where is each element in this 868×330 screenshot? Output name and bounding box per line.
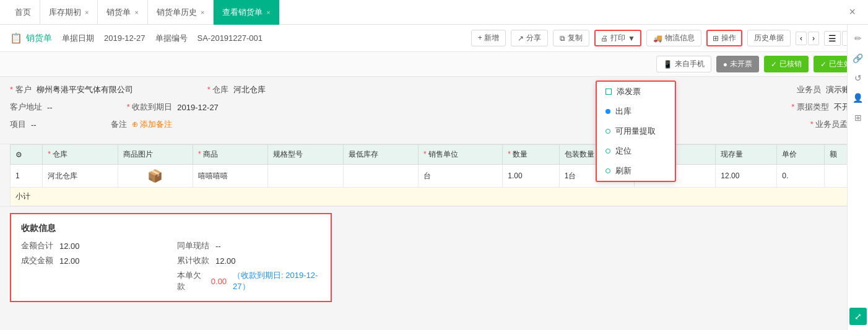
settlement-label: 同单现结 [177, 240, 209, 251]
new-button[interactable]: + 新增 [471, 30, 506, 46]
warehouse-label: 仓库 [207, 84, 229, 95]
doc-title: 📋 销货单 [10, 32, 52, 44]
out-stock-item[interactable]: 出库 [597, 102, 675, 121]
address-value: -- [47, 103, 53, 112]
customer-field: 客户 柳州粤港平安气体有限公司 [10, 84, 133, 95]
sidebar-refresh-button[interactable]: ↺ [849, 69, 867, 87]
project-value: -- [31, 120, 37, 129]
form-section: 客户 柳州粤港平安气体有限公司 仓库 河北仓库 业务员 演示账号 客户地址 --… [0, 77, 868, 144]
customer-value: 柳州粤港平安气体有限公司 [37, 84, 133, 95]
tab-home-label: 首页 [15, 7, 31, 18]
grid-icon: ⊞ [713, 34, 719, 43]
form-row-1: 客户 柳州粤港平安气体有限公司 仓库 河北仓库 业务员 演示账号 [10, 84, 858, 95]
th-min-stock: 最低库存 [343, 145, 418, 165]
tab-view-close[interactable]: × [266, 9, 270, 16]
link-icon: 🔗 [853, 53, 863, 63]
doc-meta: 单据日期 2019-12-27 单据编号 SA-20191227-001 [62, 33, 263, 44]
history-button[interactable]: 历史单据 [747, 30, 791, 46]
effective-icon: ✓ [820, 60, 827, 69]
tab-sales-close[interactable]: × [134, 9, 138, 16]
tab-history-label: 销货单历史 [157, 7, 197, 18]
salesperson2-label: 业务员孟 [810, 119, 848, 130]
tab-inventory-init[interactable]: 库存期初 × [40, 0, 98, 25]
outstanding-value: 0.00 [211, 277, 227, 286]
cumulative-label: 累计收款 [177, 255, 209, 266]
right-sidebar: ✏ 🔗 ↺ 👤 ⊞ ⤢ [847, 25, 868, 330]
prev-button[interactable]: ‹ [796, 32, 807, 45]
tab-sales-history[interactable]: 销货单历史 × [148, 0, 214, 25]
share-button[interactable]: ↗ 分享 [511, 30, 548, 46]
next-button[interactable]: › [808, 32, 819, 45]
logistics-icon: 🚚 [653, 34, 662, 43]
copy-button[interactable]: ⧉ 复制 [553, 30, 589, 46]
table-container: ⚙ 仓库 商品图片 商品 规格型号 最低库存 销售单位 数量 包装数量 可用量 … [0, 144, 868, 207]
add-invoice-item[interactable]: 添发票 [597, 82, 675, 102]
address-field: 客户地址 -- [10, 102, 53, 113]
row-product: 嘻嘻嘻嘻 [193, 165, 267, 188]
operation-button[interactable]: ⊞ 操作 [706, 30, 742, 46]
out-stock-icon [605, 109, 610, 114]
outstanding-note: （收款到期日: 2019-12-27） [233, 270, 321, 292]
table-row: 1 河北仓库 📦 嘻嘻嘻嘻 台 1.00 1台 12.00 0. [11, 165, 858, 188]
user-circle-icon: 👤 [853, 93, 863, 103]
address-label: 客户地址 [10, 102, 42, 113]
outstanding-label: 本单欠款 [177, 270, 205, 292]
add-note-button[interactable]: ⊕ 添加备注 [132, 119, 173, 130]
date-label: 单据日期 [62, 33, 94, 44]
products-table: ⚙ 仓库 商品图片 商品 规格型号 最低库存 销售单位 数量 包装数量 可用量 … [10, 144, 858, 206]
print-icon: 🖨 [601, 34, 608, 43]
sidebar-table-button[interactable]: ⊞ [849, 109, 867, 126]
doc-type-icon: 📋 [10, 32, 22, 44]
sidebar-link-button[interactable]: 🔗 [849, 50, 867, 67]
tab-view-label: 查看销货单 [222, 7, 263, 18]
window-close-button[interactable]: × [843, 6, 862, 19]
ticket-type-label: 票据类型 [791, 102, 829, 113]
th-spec: 规格型号 [268, 145, 343, 165]
print-dropdown-icon: ▼ [628, 34, 635, 43]
outstanding-row: 本单欠款 0.00 （收款到期日: 2019-12-27） [177, 270, 321, 292]
print-button[interactable]: 🖨 打印 ▼ [594, 30, 641, 46]
doc-type-label: 销货单 [26, 33, 52, 44]
locate-item[interactable]: 定位 [597, 141, 675, 161]
form-row-3: 项目 -- 备注 ⊕ 添加备注 业务员孟 -- [10, 119, 858, 130]
refresh-item[interactable]: 刷新 [597, 161, 675, 181]
row-spec [268, 165, 343, 188]
available-qty-item[interactable]: 可用量提取 [597, 121, 675, 141]
row-sales-unit: 台 [418, 165, 502, 188]
sidebar-expand-button[interactable]: ⤢ [849, 308, 867, 325]
th-image: 商品图片 [118, 145, 193, 165]
th-settings[interactable]: ⚙ [11, 145, 43, 165]
doc-header: 📋 销货单 单据日期 2019-12-27 单据编号 SA-20191227-0… [0, 25, 868, 52]
th-quantity: 数量 [503, 145, 559, 165]
tab-inventory-close[interactable]: × [85, 9, 89, 16]
row-min-stock [343, 165, 418, 188]
available-qty-label: 可用量提取 [615, 126, 656, 137]
form-row-2: 客户地址 -- 收款到期日 2019-12-27 票据类型 不开票 [10, 102, 858, 113]
tab-history-close[interactable]: × [201, 9, 204, 16]
sidebar-edit-button[interactable]: ✏ [849, 30, 867, 47]
copy-icon: ⧉ [560, 34, 565, 43]
available-qty-icon [605, 129, 610, 134]
confirm-button[interactable]: ✓ 已核销 [764, 56, 809, 72]
number-value: SA-20191227-001 [197, 33, 263, 43]
tab-sales-order[interactable]: 销货单 × [98, 0, 147, 25]
not-open-button[interactable]: ● 未开票 [716, 56, 759, 72]
tab-view-sales[interactable]: 查看销货单 × [214, 0, 279, 25]
date-value: 2019-12-27 [104, 33, 145, 43]
locate-label: 定位 [615, 145, 631, 157]
salesperson-label: 业务员 [797, 84, 821, 95]
subtotal-row: 小计 [11, 188, 858, 206]
logistics-button[interactable]: 🚚 物流信息 [646, 30, 701, 46]
ticket-icon: ● [723, 60, 727, 69]
th-sales-unit: 销售单位 [418, 145, 502, 165]
toolbar-row: 📱 来自手机 ● 未开票 ✓ 已核销 ✓ 已生效 [0, 52, 868, 77]
transaction-label: 成交金额 [21, 255, 53, 266]
tab-home[interactable]: 首页 [6, 0, 40, 25]
from-mobile-button[interactable]: 📱 来自手机 [656, 56, 711, 72]
sidebar-user-button[interactable]: 👤 [849, 89, 867, 106]
refresh-label: 刷新 [615, 165, 631, 176]
operation-dropdown: 添发票 出库 可用量提取 定位 刷新 [596, 80, 676, 182]
list-view-button[interactable]: ☰ [824, 31, 841, 46]
out-stock-label: 出库 [615, 106, 631, 117]
doc-actions: + 新增 ↗ 分享 ⧉ 复制 🖨 打印 ▼ 🚚 物流信息 ⊞ 操作 [471, 30, 858, 46]
